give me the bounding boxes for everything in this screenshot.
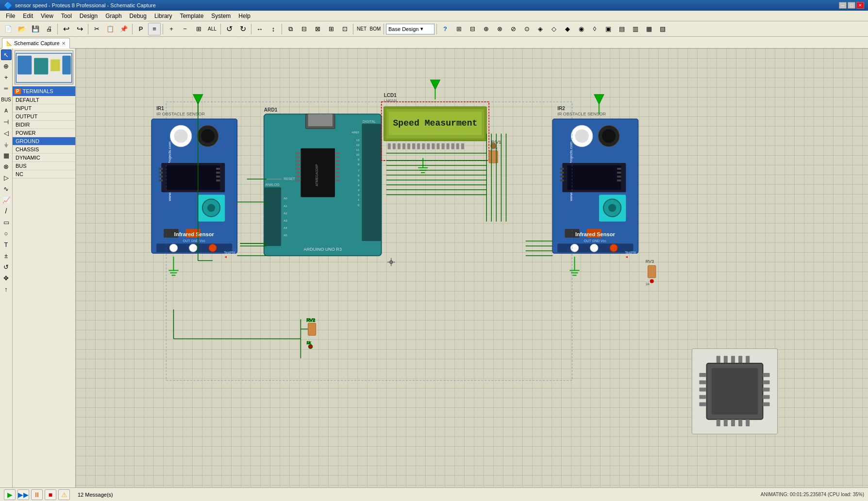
mirror-y[interactable]: ↕ <box>267 23 280 35</box>
open-button[interactable]: 📂 <box>16 23 28 35</box>
panel-item-bus[interactable]: BUS <box>13 162 75 170</box>
tool-bom[interactable]: BOM <box>369 23 382 35</box>
port-tool[interactable]: ◁ <box>1 128 12 138</box>
wire-tool[interactable]: ═ <box>1 83 12 94</box>
rotate-tool[interactable]: ↺ <box>1 261 12 272</box>
tool-extra2[interactable]: ⊗ <box>493 23 506 35</box>
pause-button[interactable]: ⏸ <box>31 489 43 500</box>
play-button[interactable]: ▶ <box>4 489 16 500</box>
tool-extra1[interactable]: ⊕ <box>480 23 492 35</box>
tool-netlist[interactable]: NET <box>355 23 368 35</box>
panel-item-input[interactable]: INPUT <box>13 104 75 113</box>
subcircuit-tool[interactable]: ▦ <box>1 150 12 161</box>
probe-tool[interactable]: ⊗ <box>1 161 12 172</box>
menu-debug[interactable]: Debug <box>126 12 150 20</box>
menu-library[interactable]: Library <box>150 12 176 20</box>
pan-tool[interactable]: ✥ <box>1 273 12 283</box>
tab-close-button[interactable]: ✕ <box>62 41 66 46</box>
tool-extra7[interactable]: ◆ <box>561 23 574 35</box>
bus-tool[interactable]: BUS <box>1 94 12 105</box>
schematic-tab[interactable]: 📐 Schematic Capture ✕ <box>2 38 70 48</box>
generator-tool[interactable]: ∿ <box>1 183 12 194</box>
mirror-x[interactable]: ↔ <box>253 23 266 35</box>
tool-extra13[interactable]: ▦ <box>643 23 655 35</box>
stop-button[interactable]: ■ <box>45 489 56 500</box>
panel-item-dynamic[interactable]: DYNAMIC <box>13 154 75 162</box>
panel-item-chassis[interactable]: CHASSIS <box>13 145 75 154</box>
menu-view[interactable]: View <box>37 12 57 20</box>
tool-extra4[interactable]: ⊙ <box>520 23 533 35</box>
save-button[interactable]: 💾 <box>29 23 42 35</box>
minimap[interactable] <box>15 50 73 84</box>
redo-button[interactable]: ↪ <box>73 23 86 35</box>
tool-extra12[interactable]: ▥ <box>629 23 642 35</box>
menu-system[interactable]: System <box>207 12 234 20</box>
tool-extra11[interactable]: ▤ <box>616 23 628 35</box>
tool-extra5[interactable]: ◈ <box>534 23 547 35</box>
panel-item-nc[interactable]: NC <box>13 170 75 178</box>
tool-d[interactable]: ⊞ <box>325 23 337 35</box>
place-component[interactable]: P <box>134 23 147 35</box>
component-tool[interactable]: ⊕ <box>1 61 12 71</box>
menu-template[interactable]: Template <box>176 12 208 20</box>
tool-extra10[interactable]: ▣ <box>602 23 615 35</box>
tool-b[interactable]: ⊟ <box>298 23 310 35</box>
rotate-left[interactable]: ↺ <box>223 23 235 35</box>
rect-tool[interactable]: ▭ <box>1 217 12 227</box>
panel-item-output[interactable]: OUTPUT <box>13 113 75 121</box>
schematic-canvas[interactable]: IR1 IR OBSTACLE SENSOR www.TheEngineerin… <box>76 48 868 487</box>
junction-tool[interactable]: + <box>1 72 12 82</box>
tool-e[interactable]: ⊡ <box>338 23 351 35</box>
power-tool[interactable]: ⏚ <box>1 139 12 149</box>
line-tool[interactable]: / <box>1 206 12 216</box>
copy-button[interactable]: 📋 <box>104 23 117 35</box>
help-btn[interactable]: ? <box>439 23 451 35</box>
panel-item-ground[interactable]: GROUND <box>13 137 75 145</box>
paste-button[interactable]: 📌 <box>117 23 130 35</box>
zoom-fit-btn[interactable]: ⊞ <box>192 23 205 35</box>
zoom-tool[interactable]: ↑ <box>1 284 12 294</box>
tool-extra6[interactable]: ◇ <box>548 23 560 35</box>
select-tool[interactable]: ↖ <box>1 49 12 60</box>
warning-button[interactable]: ⚠ <box>58 489 70 500</box>
snap-grid[interactable]: ⊞ <box>452 23 465 35</box>
menu-tool[interactable]: Tool <box>57 12 76 20</box>
tool-extra14[interactable]: ▧ <box>656 23 669 35</box>
graph-tool[interactable]: 📈 <box>1 194 12 205</box>
step-button[interactable]: ▶▶ <box>17 489 29 500</box>
minimize-button[interactable]: ─ <box>839 2 847 9</box>
place-wire[interactable]: ≡ <box>148 23 161 35</box>
zoom-all[interactable]: ALL <box>206 23 218 35</box>
cut-button[interactable]: ✂ <box>90 23 103 35</box>
tool-a[interactable]: ⧉ <box>284 23 297 35</box>
label-tool[interactable]: A <box>1 105 12 116</box>
design-dropdown[interactable]: Base Design ▾ <box>386 24 434 34</box>
tool-c[interactable]: ⊠ <box>311 23 324 35</box>
new-button[interactable]: 📄 <box>2 23 15 35</box>
menu-file[interactable]: File <box>2 12 19 20</box>
menu-design[interactable]: Design <box>76 12 101 20</box>
close-button[interactable]: ✕ <box>856 2 864 9</box>
undo-button[interactable]: ↩ <box>60 23 72 35</box>
rotate-right[interactable]: ↻ <box>236 23 249 35</box>
tool-extra3[interactable]: ⊘ <box>507 23 519 35</box>
menu-edit[interactable]: Edit <box>19 12 37 20</box>
tool-extra9[interactable]: ◊ <box>588 23 601 35</box>
zoom-in-btn[interactable]: + <box>165 23 178 35</box>
print-button[interactable]: 🖨 <box>43 23 55 35</box>
terminal-tool[interactable]: ⊣ <box>1 116 12 127</box>
zoom-out-btn[interactable]: − <box>179 23 191 35</box>
symbol-tool[interactable]: ± <box>1 250 12 261</box>
canvas-area[interactable]: IR1 IR OBSTACLE SENSOR www.TheEngineerin… <box>76 48 868 487</box>
maximize-button[interactable]: □ <box>848 2 855 9</box>
circle-tool[interactable]: ○ <box>1 228 12 239</box>
text-tool[interactable]: T <box>1 239 12 250</box>
tool-extra8[interactable]: ◉ <box>575 23 587 35</box>
panel-item-default[interactable]: DEFAULT <box>13 96 75 104</box>
tape-tool[interactable]: ▷ <box>1 172 12 183</box>
menu-help[interactable]: Help <box>234 12 254 20</box>
menu-graph[interactable]: Graph <box>101 12 125 20</box>
panel-item-bidir[interactable]: BIDIR <box>13 121 75 129</box>
panel-item-power[interactable]: POWER <box>13 129 75 137</box>
snap-obj[interactable]: ⊟ <box>466 23 479 35</box>
